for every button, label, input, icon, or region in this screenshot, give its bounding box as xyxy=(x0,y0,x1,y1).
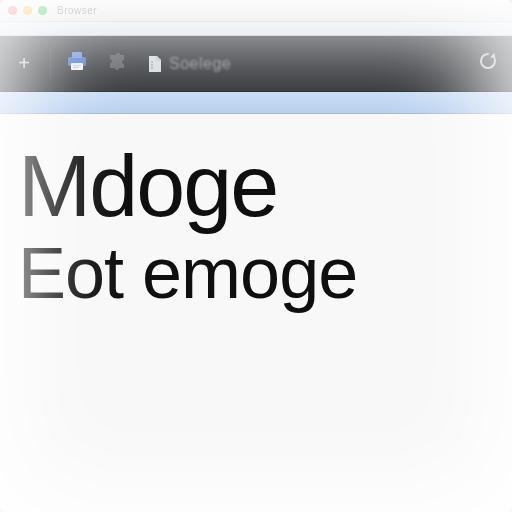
minimize-window-button[interactable] xyxy=(23,6,32,15)
bookmark-bar[interactable] xyxy=(0,92,512,114)
toolbar: + xyxy=(0,36,512,92)
tab-strip[interactable] xyxy=(0,22,512,36)
reload-icon xyxy=(478,51,498,76)
address-bar[interactable]: Soelege xyxy=(147,55,231,73)
svg-rect-3 xyxy=(73,65,81,66)
plus-icon: + xyxy=(18,52,30,75)
page-icon xyxy=(147,55,163,73)
new-tab-button[interactable]: + xyxy=(10,50,38,78)
puzzle-icon xyxy=(107,51,127,76)
toolbar-separator xyxy=(50,49,51,79)
window-title: Browser xyxy=(57,5,97,16)
svg-point-6 xyxy=(151,64,153,66)
app-shortcut-1[interactable] xyxy=(63,50,91,78)
maximize-window-button[interactable] xyxy=(38,6,47,15)
content-heading-2: Eot emoge xyxy=(18,236,502,312)
svg-point-7 xyxy=(151,67,153,69)
page-content: Mdoge Eot emoge xyxy=(0,114,512,322)
content-heading-1: Mdoge xyxy=(18,142,502,230)
close-window-button[interactable] xyxy=(8,6,17,15)
title-bar: Browser xyxy=(0,0,512,22)
browser-window: Browser + xyxy=(0,0,512,512)
printer-icon xyxy=(66,51,88,76)
reload-button[interactable] xyxy=(474,50,502,78)
svg-rect-4 xyxy=(73,67,79,68)
app-shortcut-2[interactable] xyxy=(103,50,131,78)
address-bar-text: Soelege xyxy=(169,55,231,73)
svg-point-5 xyxy=(151,61,153,63)
window-controls xyxy=(8,6,47,15)
svg-rect-1 xyxy=(72,52,82,58)
svg-rect-2 xyxy=(71,63,83,70)
